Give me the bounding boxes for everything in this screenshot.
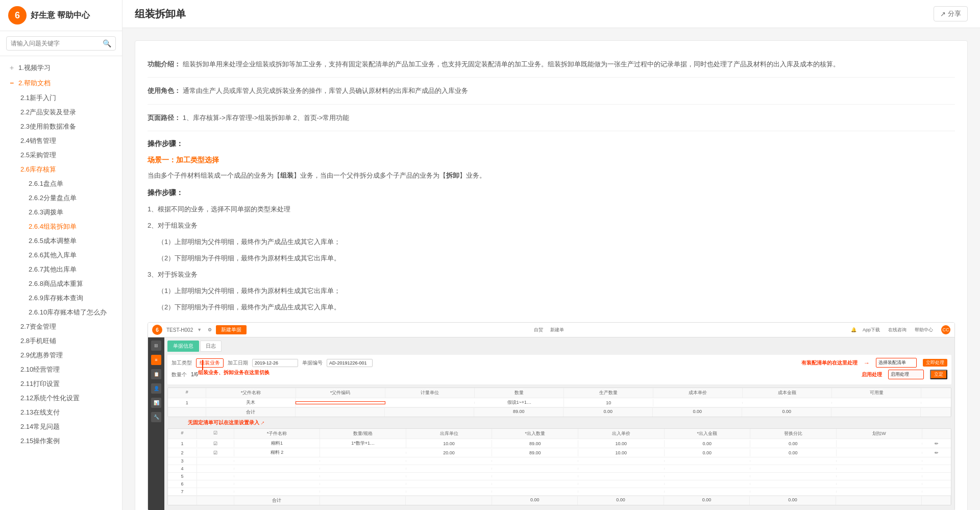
sim-lower-row6: 6 [168, 480, 951, 488]
sidebar-item-docs[interactable]: － 2.帮助文档 [0, 76, 122, 91]
sim-ltd-18: 0.00 [750, 449, 837, 456]
sidebar-item-24[interactable]: 2.4销售管理 [16, 134, 122, 148]
sidebar-sub-26: 2.6.1盘点单 2.6.2分量盘点单 2.6.3调拨单 2.6.4组装拆卸单 … [16, 177, 122, 320]
search-input[interactable] [11, 40, 103, 47]
sim-tab-info: 单据信息 [167, 341, 199, 352]
page-title: 组装拆卸单 [135, 7, 186, 21]
sidebar-item-27[interactable]: 2.7资金管理 [16, 320, 122, 334]
sim-enable-input: 启用处理 [888, 370, 924, 379]
sidebar-item-29[interactable]: 2.9优惠券管理 [16, 348, 122, 362]
sidebar-item-212[interactable]: 2.12系统个性化设置 [16, 391, 122, 405]
ops-title: 操作步骤： [148, 139, 955, 149]
sidebar-item-214[interactable]: 2.14常见问题 [16, 420, 122, 434]
sidebar-item-video[interactable]: ＋ 1.视频学习 [0, 60, 122, 76]
sim-uth-5: 生产数量 [564, 388, 653, 398]
sim-uth-4: 数量 [475, 388, 564, 398]
sim-ltd-62 [234, 491, 321, 493]
sidebar-item-266[interactable]: 2.6.6其他入库单 [24, 248, 122, 262]
sim-ltd-28 [750, 460, 837, 462]
sidebar-item-263[interactable]: 2.6.3调拨单 [24, 205, 122, 220]
sidebar-item-21[interactable]: 2.1新手入门 [16, 91, 122, 105]
sim-user-avatar: CC [941, 325, 950, 334]
sim-ltd-110: ✏ [922, 449, 951, 456]
sidebar-item-267[interactable]: 2.6.7其他出库单 [24, 262, 122, 277]
sim-uft-5: 0.00 [564, 408, 653, 417]
sim-ltd-27 [665, 460, 751, 462]
sim-type-label: 加工类型 [172, 359, 192, 367]
sim-nav-home: ⊞ [151, 341, 161, 351]
sim-ltd-36 [578, 468, 665, 470]
sidebar-item-268[interactable]: 2.6.8商品成本重算 [24, 277, 122, 291]
sim-annotation5: 无固定清单可以在这里设置录入 [167, 419, 259, 426]
sim-lft-10 [922, 496, 951, 505]
search-box[interactable]: 🔍 [6, 36, 116, 51]
sidebar-item-210[interactable]: 2.10经营管理 [16, 362, 122, 377]
sim-ltd-48 [750, 475, 837, 477]
sidebar-item-265[interactable]: 2.6.5成本调整单 [24, 234, 122, 248]
sidebar-item-262[interactable]: 2.6.2分量盘点单 [24, 191, 122, 205]
sim-enable-btn[interactable]: 立定 [930, 370, 947, 379]
sim-utd-02 [296, 401, 385, 404]
sidebar-item-215[interactable]: 2.15操作案例 [16, 434, 122, 448]
sim-clear-input: 选择装配清单 [876, 358, 917, 368]
ops-section: 操作步骤： 场景一：加工类型选择 当由多个子件材料组装成一个成品的业务为【组装】… [148, 139, 955, 510]
logo-area: 6 好生意 帮助中心 [0, 0, 122, 31]
sim-utd-07 [743, 402, 832, 404]
sim-uft-7: 0.00 [742, 408, 831, 417]
sim-ltd-57 [665, 483, 751, 485]
top-bar: 组装拆卸单 ↗ 分享 [122, 0, 980, 28]
sim-ltd-610 [922, 491, 951, 493]
sim-ltd-00: 1 [168, 440, 197, 447]
sim-ltd-05: 89.00 [492, 440, 578, 447]
content-area: 功能介绍： 组装拆卸单用来处理企业组装或拆卸等加工业务，支持有固定装配清单的产品… [122, 28, 980, 510]
sidebar-item-26[interactable]: 2.6库存核算 [16, 162, 122, 177]
sidebar-item-261[interactable]: 2.6.1盘点单 [24, 177, 122, 191]
role-label: 使用角色： [148, 87, 181, 94]
sidebar-item-264[interactable]: 2.6.4组装拆卸单 [24, 220, 122, 234]
sim-ltd-42 [234, 475, 321, 477]
content-card: 功能介绍： 组装拆卸单用来处理企业组装或拆卸等加工业务，支持有固定装配清单的产品… [135, 40, 968, 510]
sim-ltd-59 [837, 483, 923, 485]
sim-ltd-31 [197, 468, 234, 470]
sim-ltd-34 [406, 468, 493, 470]
sim-content-area: 单据信息 日志 加工类型 组装业务 加工日期 2019-12- [164, 337, 954, 510]
sidebar-item-2610[interactable]: 2.6.10库存账本错了怎么办 [24, 305, 122, 320]
sim-lth-10 [922, 429, 951, 439]
sidebar-item-28[interactable]: 2.8手机旺铺 [16, 334, 122, 348]
sim-uth-0: # [168, 388, 206, 398]
sidebar-item-25[interactable]: 2.5采购管理 [16, 148, 122, 162]
sim-ltd-39 [837, 468, 923, 470]
sim-ui: 6 TEST-H002 ▼ ⚙ 新建单据 自贸 新建单 🔔 App下载 在线咨询 [148, 323, 954, 510]
sim-left-nav: ⊞ ≡ 📋 👤 📊 🔧 [148, 337, 164, 510]
sim-ltd-22 [234, 460, 321, 462]
sim-ltd-54 [406, 483, 493, 485]
sim-tab-log: 日志 [200, 341, 222, 352]
sidebar-item-269[interactable]: 2.6.9库存账本查询 [24, 291, 122, 305]
share-icon: ↗ [940, 10, 946, 18]
sim-utd-01: 关木 [206, 398, 296, 407]
sim-topbar: 6 TEST-H002 ▼ ⚙ 新建单据 自贸 新建单 🔔 App下载 在线咨询 [148, 323, 954, 337]
sim-ltd-210 [922, 460, 951, 462]
sim-uft-4: 89.00 [474, 408, 564, 417]
sim-ltd-50: 6 [168, 480, 197, 488]
sim-ltd-23 [320, 460, 406, 462]
minus-icon: － [8, 79, 15, 88]
sim-ltd-46 [578, 475, 665, 477]
sidebar-item-23[interactable]: 2.3使用前数据准备 [16, 119, 122, 134]
sidebar-item-22[interactable]: 2.2产品安装及登录 [16, 105, 122, 119]
sim-lower-row5: 5 [168, 473, 951, 480]
sim-ltd-66 [578, 491, 665, 493]
sidebar-item-213[interactable]: 2.13在线支付 [16, 405, 122, 420]
sim-lth-3: 数量/规格 [320, 429, 406, 439]
scene-desc: 当由多个子件材料组装成一个成品的业务为【组装】业务，当由一个父件拆分成多个子产品… [148, 169, 955, 182]
search-icon[interactable]: 🔍 [103, 39, 111, 47]
sim-bill-label: 单据编号 [302, 359, 323, 367]
sim-uth-9 [921, 388, 951, 398]
sim-upper-table: # *父件名称 *父件编码 计量单位 数量 生产数量 成本单价 成本金额 可用量 [167, 387, 951, 417]
sim-date-input: 2019-12-26 [252, 359, 298, 367]
sim-annotation5-area: 无固定清单可以在这里设置录入 ↑ [167, 419, 951, 426]
share-button[interactable]: ↗ 分享 [934, 6, 968, 21]
sim-ltd-30: 4 [168, 465, 197, 472]
sidebar-item-211[interactable]: 2.11打印设置 [16, 377, 122, 391]
sim-ltd-65 [492, 491, 578, 493]
